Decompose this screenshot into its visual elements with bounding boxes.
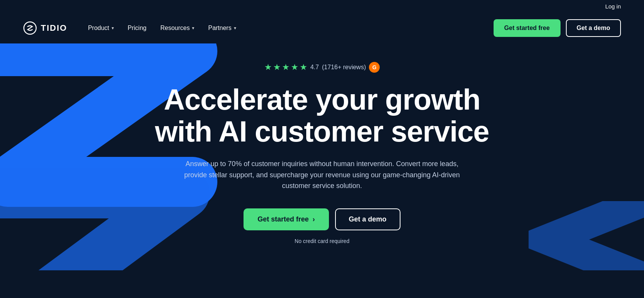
top-bar: Log in	[0, 0, 644, 13]
star-2: ★	[273, 62, 281, 72]
logo[interactable]: TIDIO	[23, 21, 67, 35]
nav-item-pricing[interactable]: Pricing	[122, 22, 152, 35]
hero-headline-line1: Accelerate your growth	[164, 83, 480, 116]
star-5: ★	[300, 62, 307, 72]
nav-links: Product ▾ Pricing Resources ▾ Partners ▾	[83, 22, 242, 35]
hero-cta: Get started free › Get a demo No credit …	[155, 208, 489, 244]
resources-chevron-icon: ▾	[192, 25, 194, 31]
hero-section: ★ ★ ★ ★ ★ 4.7 (1716+ reviews) G Accelera…	[0, 43, 644, 270]
product-chevron-icon: ▾	[112, 25, 114, 31]
hero-content: ★ ★ ★ ★ ★ 4.7 (1716+ reviews) G Accelera…	[155, 62, 489, 245]
nav-left: TIDIO Product ▾ Pricing Resources ▾ Part…	[23, 21, 242, 35]
hero-get-started-button[interactable]: Get started free ›	[244, 208, 329, 230]
hero-headline: Accelerate your growth with AI customer …	[155, 83, 489, 148]
bottom-right-shape	[529, 201, 644, 270]
star-1: ★	[264, 62, 272, 72]
star-3: ★	[282, 62, 290, 72]
navbar: TIDIO Product ▾ Pricing Resources ▾ Part…	[0, 13, 644, 43]
login-link[interactable]: Log in	[605, 3, 621, 10]
logo-text: TIDIO	[41, 23, 67, 33]
nav-right: Get started free Get a demo	[494, 19, 621, 37]
partners-chevron-icon: ▾	[234, 25, 236, 31]
nav-item-product[interactable]: Product ▾	[83, 22, 119, 35]
hero-get-started-label: Get started free	[257, 215, 309, 223]
resources-label: Resources	[160, 25, 190, 32]
stars: ★ ★ ★ ★ ★	[264, 62, 307, 72]
navbar-get-started-button[interactable]: Get started free	[494, 19, 561, 37]
star-4: ★	[291, 62, 299, 72]
review-count: (1716+ reviews)	[322, 64, 366, 71]
nav-item-partners[interactable]: Partners ▾	[203, 22, 241, 35]
hero-headline-line2: with AI customer service	[155, 115, 489, 148]
partners-label: Partners	[208, 25, 231, 32]
capterra-icon: G	[369, 62, 380, 73]
arrow-right-icon: ›	[313, 215, 315, 223]
hero-get-demo-button[interactable]: Get a demo	[335, 208, 400, 230]
rating-row: ★ ★ ★ ★ ★ 4.7 (1716+ reviews) G	[155, 62, 489, 73]
no-credit-text: No credit card required	[295, 238, 349, 244]
navbar-get-demo-button[interactable]: Get a demo	[566, 19, 621, 37]
logo-icon	[23, 21, 37, 35]
hero-subtext: Answer up to 70% of customer inquiries w…	[184, 158, 460, 191]
nav-item-resources[interactable]: Resources ▾	[155, 22, 200, 35]
product-label: Product	[88, 25, 109, 32]
cta-buttons: Get started free › Get a demo	[244, 208, 400, 230]
pricing-label: Pricing	[128, 25, 147, 32]
rating-value: 4.7	[310, 64, 319, 71]
